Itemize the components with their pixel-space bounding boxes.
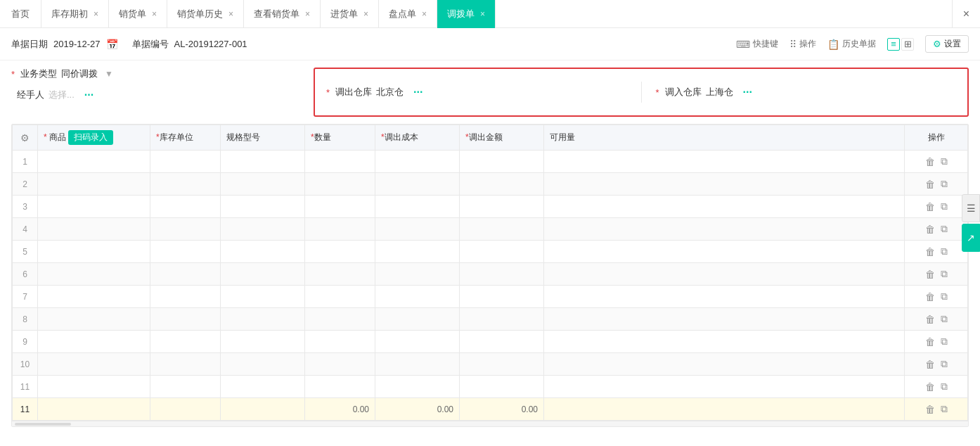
- row-qty[interactable]: [305, 241, 375, 263]
- row-delete-icon[interactable]: 🗑: [925, 246, 935, 257]
- scan-entry-button[interactable]: 扫码录入: [68, 130, 113, 145]
- layout-grid-icon[interactable]: ⊞: [901, 38, 914, 51]
- tab-home[interactable]: 首页: [0, 0, 41, 28]
- row-delete-icon[interactable]: 🗑: [925, 156, 935, 167]
- row-cost[interactable]: [375, 263, 460, 286]
- row-amount[interactable]: [460, 286, 544, 308]
- row-amount[interactable]: [460, 241, 544, 263]
- row-copy-icon[interactable]: ⧉: [941, 358, 948, 370]
- row-qty[interactable]: [305, 308, 375, 331]
- row-cost[interactable]: [375, 331, 460, 353]
- row-qty[interactable]: [305, 353, 375, 376]
- calendar-icon[interactable]: 📅: [106, 39, 118, 50]
- row-qty[interactable]: [305, 196, 375, 218]
- row-copy-icon[interactable]: ⧉: [941, 268, 948, 280]
- row-amount[interactable]: [460, 331, 544, 353]
- setting-button[interactable]: ⚙ 设置: [925, 35, 969, 53]
- row-cost[interactable]: [375, 376, 460, 398]
- row-product[interactable]: [38, 353, 150, 376]
- scrollbar[interactable]: [12, 421, 968, 426]
- tab-sales-order[interactable]: 销货单 ×: [109, 0, 167, 28]
- row-qty[interactable]: [305, 173, 375, 196]
- biz-type-dropdown-icon[interactable]: ▼: [105, 69, 113, 79]
- history-btn[interactable]: 📋 历史单据: [827, 38, 876, 50]
- row-copy-icon[interactable]: ⧉: [941, 336, 948, 348]
- row-cost[interactable]: [375, 173, 460, 196]
- row-copy-icon[interactable]: ⧉: [941, 291, 948, 302]
- tab-sales-history[interactable]: 销货单历史 ×: [167, 0, 244, 28]
- subtotal-delete-icon[interactable]: 🗑: [925, 404, 935, 415]
- out-warehouse-more-icon[interactable]: ···: [413, 86, 423, 98]
- row-amount[interactable]: [460, 263, 544, 286]
- row-delete-icon[interactable]: 🗑: [925, 381, 935, 393]
- row-copy-icon[interactable]: ⧉: [941, 155, 948, 167]
- tab-view-sales[interactable]: 查看销货单 ×: [244, 0, 321, 28]
- row-amount[interactable]: [460, 308, 544, 331]
- row-delete-icon[interactable]: 🗑: [925, 179, 935, 190]
- side-list-btn[interactable]: ☰: [962, 194, 980, 222]
- close-inventory-check[interactable]: ×: [422, 9, 427, 19]
- row-cost[interactable]: [375, 241, 460, 263]
- operation-btn[interactable]: ⠿ 操作: [789, 38, 816, 50]
- row-product[interactable]: [38, 263, 150, 286]
- tab-inventory-init[interactable]: 库存期初 ×: [41, 0, 109, 28]
- row-delete-icon[interactable]: 🗑: [925, 269, 935, 280]
- row-product[interactable]: [38, 173, 150, 196]
- row-copy-icon[interactable]: ⧉: [941, 200, 948, 212]
- out-warehouse-value[interactable]: 北京仓: [376, 86, 404, 98]
- row-amount[interactable]: [460, 173, 544, 196]
- in-warehouse-value[interactable]: 上海仓: [706, 86, 733, 98]
- shortcut-btn[interactable]: ⌨ 快捷键: [736, 38, 778, 50]
- layout-list-icon[interactable]: ≡: [887, 38, 900, 51]
- row-cost[interactable]: [375, 308, 460, 331]
- scrollbar-thumb[interactable]: [15, 423, 71, 426]
- row-delete-icon[interactable]: 🗑: [925, 291, 935, 302]
- row-product[interactable]: [38, 196, 150, 218]
- tab-transfer-order[interactable]: 调拨单 ×: [437, 0, 496, 28]
- close-view-sales[interactable]: ×: [305, 9, 310, 19]
- row-delete-icon[interactable]: 🗑: [925, 224, 935, 235]
- row-amount[interactable]: [460, 376, 544, 398]
- subtotal-copy-icon[interactable]: ⧉: [941, 403, 948, 415]
- row-product[interactable]: [38, 308, 150, 331]
- close-transfer-order[interactable]: ×: [480, 9, 485, 19]
- side-expand-btn[interactable]: ↗: [962, 224, 980, 252]
- row-product[interactable]: [38, 241, 150, 263]
- row-cost[interactable]: [375, 286, 460, 308]
- handler-more-icon[interactable]: ···: [84, 89, 94, 101]
- row-delete-icon[interactable]: 🗑: [925, 314, 935, 325]
- close-purchase-order[interactable]: ×: [363, 9, 368, 19]
- row-amount[interactable]: [460, 353, 544, 376]
- row-copy-icon[interactable]: ⧉: [941, 246, 948, 257]
- row-product[interactable]: [38, 151, 150, 173]
- row-product[interactable]: [38, 286, 150, 308]
- row-amount[interactable]: [460, 151, 544, 173]
- row-product[interactable]: [38, 376, 150, 398]
- row-product[interactable]: [38, 218, 150, 241]
- row-cost[interactable]: [375, 196, 460, 218]
- row-qty[interactable]: [305, 376, 375, 398]
- row-amount[interactable]: [460, 196, 544, 218]
- row-qty[interactable]: [305, 331, 375, 353]
- in-warehouse-more-icon[interactable]: ···: [743, 86, 752, 98]
- row-qty[interactable]: [305, 286, 375, 308]
- close-sales-history[interactable]: ×: [228, 9, 233, 19]
- tab-purchase-order[interactable]: 进货单 ×: [321, 0, 379, 28]
- close-sales-order[interactable]: ×: [152, 9, 157, 19]
- row-copy-icon[interactable]: ⧉: [941, 178, 948, 190]
- row-copy-icon[interactable]: ⧉: [941, 223, 948, 235]
- row-cost[interactable]: [375, 151, 460, 173]
- row-delete-icon[interactable]: 🗑: [925, 359, 935, 370]
- window-close-button[interactable]: ×: [952, 0, 980, 28]
- row-copy-icon[interactable]: ⧉: [941, 313, 948, 325]
- tab-inventory-check[interactable]: 盘点单 ×: [379, 0, 437, 28]
- row-qty[interactable]: [305, 218, 375, 241]
- row-delete-icon[interactable]: 🗑: [925, 201, 935, 212]
- row-cost[interactable]: [375, 353, 460, 376]
- row-qty[interactable]: [305, 263, 375, 286]
- row-product[interactable]: [38, 331, 150, 353]
- row-delete-icon[interactable]: 🗑: [925, 336, 935, 348]
- row-cost[interactable]: [375, 218, 460, 241]
- col-settings-icon[interactable]: ⚙: [13, 125, 38, 151]
- row-copy-icon[interactable]: ⧉: [941, 381, 948, 393]
